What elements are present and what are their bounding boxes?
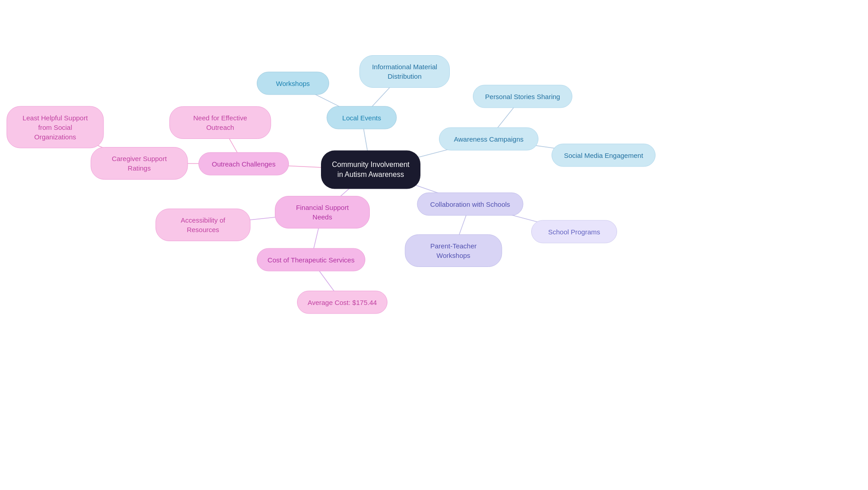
social-media-node: Social Media Engagement (552, 144, 656, 167)
personal-stories-label: Personal Stories Sharing (485, 92, 560, 101)
accessibility-node: Accessibility of Resources (156, 209, 250, 241)
informational-material-label: Informational Material Distribution (370, 62, 439, 81)
center-node: Community Involvement in Autism Awarenes… (321, 151, 420, 189)
caregiver-support-label: Caregiver Support Ratings (101, 154, 178, 173)
need-outreach-label: Need for Effective Outreach (180, 113, 261, 132)
awareness-campaigns-node: Awareness Campaigns (439, 128, 538, 151)
awareness-campaigns-label: Awareness Campaigns (454, 134, 524, 144)
personal-stories-node: Personal Stories Sharing (473, 85, 572, 108)
collaboration-schools-label: Collaboration with Schools (430, 200, 510, 209)
center-label: Community Involvement in Autism Awarenes… (332, 160, 410, 180)
local-events-label: Local Events (342, 113, 381, 123)
informational-material-node: Informational Material Distribution (359, 55, 450, 88)
workshops-node: Workshops (257, 72, 329, 95)
financial-support-node: Financial Support Needs (275, 196, 370, 228)
social-media-label: Social Media Engagement (564, 151, 643, 160)
caregiver-support-node: Caregiver Support Ratings (91, 147, 188, 180)
least-helpful-label: Least Helpful Support from Social Organi… (17, 113, 94, 142)
workshops-label: Workshops (276, 79, 310, 88)
parent-teacher-node: Parent-Teacher Workshops (405, 234, 502, 267)
least-helpful-node: Least Helpful Support from Social Organi… (7, 106, 104, 148)
average-cost-label: Average Cost: $175.44 (307, 298, 377, 307)
need-outreach-node: Need for Effective Outreach (170, 106, 271, 139)
parent-teacher-label: Parent-Teacher Workshops (415, 241, 492, 260)
collaboration-schools-node: Collaboration with Schools (417, 193, 524, 216)
school-programs-label: School Programs (548, 227, 600, 237)
outreach-challenges-label: Outreach Challenges (212, 159, 276, 169)
cost-therapeutic-node: Cost of Therapeutic Services (257, 248, 365, 271)
cost-therapeutic-label: Cost of Therapeutic Services (268, 255, 354, 265)
accessibility-label: Accessibility of Resources (166, 215, 240, 234)
outreach-challenges-node: Outreach Challenges (198, 152, 289, 176)
local-events-node: Local Events (327, 106, 397, 129)
school-programs-node: School Programs (531, 220, 617, 243)
financial-support-label: Financial Support Needs (285, 203, 359, 222)
average-cost-node: Average Cost: $175.44 (297, 291, 387, 314)
